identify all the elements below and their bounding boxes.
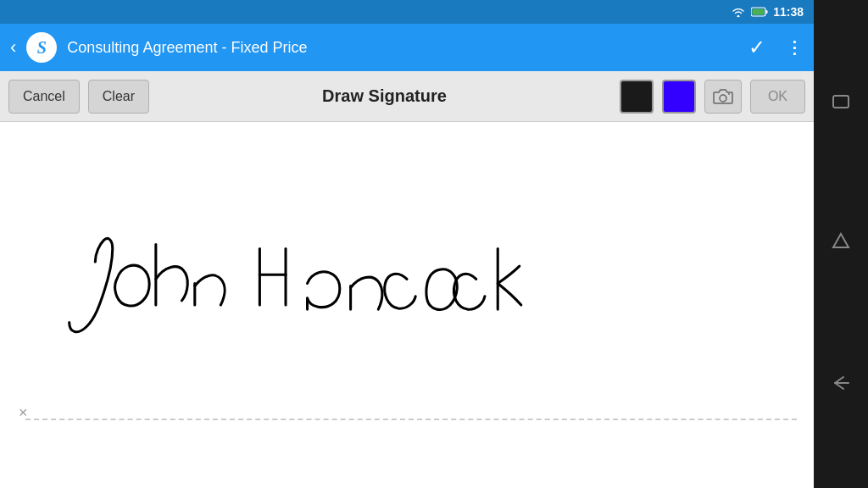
ok-button[interactable]: OK [750,80,805,114]
app-logo: S [26,32,57,63]
signature-x-mark: × [19,404,28,422]
camera-button[interactable] [704,80,742,114]
android-nav-bar [814,0,868,488]
svg-point-0 [737,15,739,17]
svg-point-5 [728,93,730,95]
back-nav-button[interactable] [832,374,850,396]
recent-apps-button[interactable] [832,92,850,114]
color-blue-swatch[interactable] [662,80,696,114]
back-button[interactable]: ‹ [10,36,16,58]
more-button[interactable]: ⋮ [786,37,804,58]
svg-rect-3 [753,9,765,15]
signature-toolbar: Cancel Clear Draw Signature OK [0,71,814,122]
svg-point-4 [720,95,726,102]
clear-button[interactable]: Clear [88,80,149,114]
wifi-icon [731,6,746,18]
app-title: Consulting Agreement - Fixed Price [67,39,738,57]
draw-signature-label: Draw Signature [158,86,611,106]
check-button[interactable]: ✓ [748,36,765,59]
color-black-swatch[interactable] [620,80,654,114]
home-button[interactable] [832,232,850,256]
svg-rect-6 [833,96,849,108]
status-icons: 11:38 [731,5,804,19]
status-bar: 11:38 [0,0,814,24]
camera-icon [713,88,733,105]
signature-baseline [25,419,797,420]
app-toolbar: ‹ S Consulting Agreement - Fixed Price ✓… [0,24,814,71]
cancel-button[interactable]: Cancel [8,80,80,114]
signature-drawing [0,122,814,488]
battery-icon [751,7,768,17]
svg-marker-7 [833,234,849,247]
signature-canvas[interactable]: × [0,122,814,488]
status-time: 11:38 [773,5,804,19]
svg-rect-2 [766,10,768,14]
